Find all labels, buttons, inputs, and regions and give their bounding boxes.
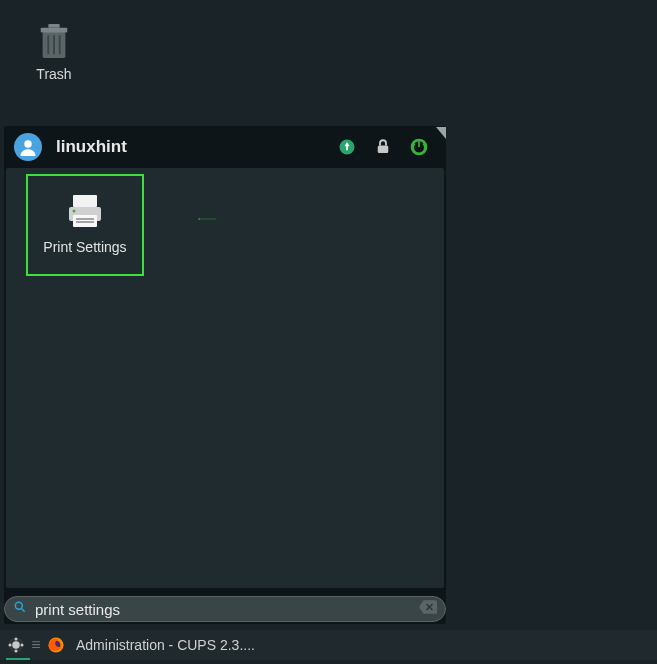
svg-rect-12	[73, 195, 97, 207]
updates-icon[interactable]	[336, 136, 358, 158]
lock-icon[interactable]	[372, 136, 394, 158]
svg-point-25	[12, 641, 20, 649]
desktop-trash[interactable]: Trash	[36, 22, 72, 82]
search-input[interactable]	[35, 601, 411, 618]
taskbar-active-indicator	[6, 658, 30, 660]
annotation-arrow	[152, 218, 262, 220]
svg-marker-19	[198, 218, 200, 220]
trash-icon	[36, 22, 72, 60]
taskbar: ≡ Administration - CUPS 2.3....	[0, 630, 657, 660]
svg-line-21	[22, 609, 25, 612]
taskbar-separator-icon: ≡	[32, 635, 40, 655]
menu-notch	[436, 127, 446, 139]
avatar[interactable]	[14, 133, 42, 161]
desktop-trash-label: Trash	[36, 66, 71, 82]
logout-icon[interactable]	[408, 136, 430, 158]
svg-rect-2	[48, 24, 59, 28]
svg-point-27	[15, 650, 18, 653]
result-print-settings[interactable]: Print Settings	[26, 174, 144, 276]
svg-point-20	[15, 602, 22, 609]
application-menu: linuxhint	[4, 126, 446, 624]
firefox-icon[interactable]	[46, 635, 66, 655]
svg-rect-11	[418, 140, 420, 147]
svg-rect-14	[73, 215, 97, 227]
menu-header: linuxhint	[4, 126, 446, 168]
taskbar-window-title[interactable]: Administration - CUPS 2.3....	[76, 637, 255, 653]
svg-point-28	[9, 644, 12, 647]
clear-icon[interactable]	[419, 600, 437, 618]
search-results-area: Print Settings	[6, 168, 444, 588]
username-label: linuxhint	[56, 137, 336, 157]
search-bar[interactable]	[4, 596, 446, 622]
svg-point-6	[24, 140, 32, 148]
printer-icon	[65, 195, 105, 229]
svg-point-17	[73, 210, 76, 213]
result-label: Print Settings	[43, 239, 126, 255]
header-action-icons	[336, 136, 430, 158]
menu-launcher-icon[interactable]	[6, 635, 26, 655]
svg-rect-8	[378, 146, 389, 154]
search-icon	[13, 600, 27, 618]
svg-rect-1	[41, 28, 68, 33]
svg-point-26	[15, 638, 18, 641]
svg-point-29	[21, 644, 24, 647]
